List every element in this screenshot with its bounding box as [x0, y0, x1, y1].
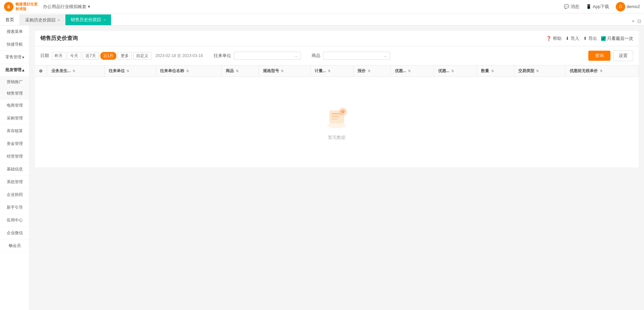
date-btn-1month[interactable]: 近1月 [100, 52, 117, 60]
sort-quantity-icon: ⇅ [491, 69, 494, 73]
date-btn-custom[interactable]: 自定义 [133, 52, 151, 60]
sort-trade-type-icon: ⇅ [536, 69, 539, 73]
tab-bar-actions: × ⊡ [632, 18, 644, 25]
sidebar-item-new-guide[interactable]: 新手引导 [0, 201, 29, 214]
th-quantity[interactable]: 数量 ⇅ [477, 65, 514, 77]
last-only-checkbox-area: 只看最后一次 [601, 36, 633, 42]
sidebar-item-finance-mgmt[interactable]: 资金管理 [0, 138, 29, 150]
sidebar-item-wholesale-mgmt[interactable]: 批发管理 ▴ [0, 64, 29, 76]
app-download-action[interactable]: 📱 App下载 [586, 4, 609, 10]
query-button[interactable]: 查询 [588, 51, 610, 61]
data-table: ⚙ 业务发生... ⇅ 往来单位 ⇅ 往来单位名称 [35, 65, 639, 77]
close-window-icon[interactable]: × [632, 18, 635, 24]
logo-text: 畅捷通好生意 标准版 [15, 2, 38, 11]
avatar-initial: D [619, 4, 622, 9]
sidebar-item-purchase-mgmt[interactable]: 采购管理 [0, 112, 29, 125]
sort-pre-tax-price-icon: ⇅ [600, 69, 602, 73]
maximize-icon[interactable]: ⊡ [637, 18, 641, 24]
tab-home[interactable]: 首页 [0, 14, 20, 25]
partner-input[interactable]: ... [234, 52, 301, 60]
import-action[interactable]: ⬇ 导入 [566, 36, 579, 42]
sort-spec-icon: ⇅ [281, 69, 283, 73]
page-title: 销售历史价查询 [40, 35, 78, 42]
sidebar-item-enterprise-wechat[interactable]: 企业微信 [0, 227, 29, 240]
dropdown-arrow-icon: ▾ [88, 4, 90, 9]
partner-filter-area: 往来单位 ... [214, 52, 301, 60]
th-biz-date[interactable]: 业务发生... ⇅ [47, 65, 104, 77]
date-filter-group: 日期 昨天 今天 近7天 近1月 更多 自定义 2023-02-18 至 202… [40, 52, 203, 60]
sidebar: 搜索菜单 快捷导航 零售管理 ▾ 批发管理 ▴ 营销推广 销售管理 电商管理 采… [0, 25, 30, 310]
message-icon: 💬 [564, 4, 569, 9]
goods-filter-label: 商品 [312, 53, 320, 59]
tab-close-sales[interactable]: × [103, 18, 105, 22]
date-btn-yesterday[interactable]: 昨天 [52, 52, 66, 60]
sort-discount2-icon: ⇅ [451, 69, 454, 73]
sidebar-item-search-menu[interactable]: 搜索菜单 [0, 25, 29, 38]
svg-rect-4 [331, 118, 337, 120]
partner-input-dots[interactable]: ... [294, 53, 298, 58]
export-action[interactable]: ⬆ 导出 [583, 36, 597, 42]
settings-button[interactable]: 设置 [613, 50, 633, 61]
tab-sales-history[interactable]: 销售历史价跟踪 × [65, 14, 111, 25]
last-only-checkbox[interactable] [601, 36, 606, 41]
th-spec[interactable]: 规格型号 ⇅ [259, 65, 310, 77]
sidebar-sub-item-sales-mgmt[interactable]: 销售管理 [0, 88, 29, 99]
goods-input-dots[interactable]: ... [384, 53, 387, 58]
th-discount1[interactable]: 优惠... ⇅ [390, 65, 434, 77]
date-btn-more[interactable]: 更多 [118, 52, 132, 60]
empty-text: 暂无数据 [328, 135, 345, 141]
partner-filter-label: 往来单位 [214, 53, 231, 59]
date-btn-today[interactable]: 今天 [67, 52, 81, 60]
user-avatar-area[interactable]: D demo2 [616, 2, 640, 11]
header-title-area: 办公用品行业模拟账套 ▾ [43, 4, 90, 10]
sort-partner-name-icon: ⇅ [186, 69, 189, 73]
page-header: 销售历史价查询 ❓ 帮助 ⬇ 导入 ⬆ 导出 [35, 31, 639, 46]
sort-discount1-icon: ⇅ [408, 69, 411, 73]
svg-point-5 [339, 108, 347, 116]
sort-goods-icon: ⇅ [236, 69, 238, 73]
th-discount2[interactable]: 优惠... ⇅ [434, 65, 477, 77]
sidebar-item-enterprise-collab[interactable]: 企业协同 [0, 189, 29, 201]
svg-point-6 [342, 112, 343, 113]
app-title-dropdown[interactable]: 办公用品行业模拟账套 ▾ [43, 4, 90, 10]
tab-purchase-history[interactable]: 采购历史价跟踪 × [20, 14, 65, 25]
retail-arrow-icon: ▾ [22, 55, 24, 60]
table-header-row: ⚙ 业务发生... ⇅ 往来单位 ⇅ 往来单位名称 [35, 65, 639, 77]
sidebar-item-system-mgmt[interactable]: 系统管理 [0, 176, 29, 189]
th-settings[interactable]: ⚙ [35, 65, 47, 77]
date-btn-7days[interactable]: 近7天 [83, 52, 99, 60]
th-quoted-price[interactable]: 报价 ⇅ [354, 65, 391, 77]
wholesale-arrow-icon: ▴ [22, 68, 24, 72]
import-icon: ⬇ [566, 36, 569, 41]
th-partner-name[interactable]: 往来单位名称 ⇅ [156, 65, 222, 77]
svg-point-7 [343, 112, 344, 113]
sidebar-sub-item-sales-promo[interactable]: 营销推广 [0, 76, 29, 88]
sidebar-item-inventory-check[interactable]: 库存核算 [0, 125, 29, 138]
th-trade-type[interactable]: 交易类型 ⇅ [514, 65, 566, 77]
sidebar-item-app-center[interactable]: 应用中心 [0, 214, 29, 227]
th-goods[interactable]: 商品 ⇅ [222, 65, 259, 77]
sort-quoted-price-icon: ⇅ [368, 69, 370, 73]
message-action[interactable]: 💬 消息 [564, 4, 579, 10]
date-filter-label: 日期 [40, 53, 49, 59]
sidebar-item-ecommerce-mgmt[interactable]: 电商管理 [0, 99, 29, 112]
tab-close-purchase[interactable]: × [58, 18, 60, 22]
sidebar-item-member-benefits[interactable]: 畅会员 [0, 240, 29, 252]
goods-input[interactable]: ... [323, 52, 390, 60]
logo-icon: 6 [4, 2, 13, 11]
sidebar-item-quick-nav[interactable]: 快捷导航 [0, 38, 29, 51]
svg-point-0 [327, 123, 346, 128]
filter-actions: 查询 设置 [588, 50, 633, 61]
th-pre-tax-price[interactable]: 优惠前无税单价 ⇅ [566, 65, 639, 77]
logo-area: 6 畅捷通好生意 标准版 [4, 2, 38, 11]
help-action[interactable]: ❓ 帮助 [546, 36, 561, 42]
date-buttons: 昨天 今天 近7天 近1月 更多 自定义 [52, 52, 151, 60]
header-left: 6 畅捷通好生意 标准版 办公用品行业模拟账套 ▾ [4, 2, 90, 11]
settings-gear-icon[interactable]: ⚙ [39, 69, 43, 73]
th-partner-code[interactable]: 往来单位 ⇅ [104, 65, 156, 77]
sidebar-item-operations-mgmt[interactable]: 经营管理 [0, 150, 29, 163]
sidebar-item-basic-info[interactable]: 基础信息 [0, 163, 29, 176]
th-unit[interactable]: 计量... ⇅ [310, 65, 354, 77]
avatar[interactable]: D [616, 2, 625, 11]
sidebar-item-retail-mgmt[interactable]: 零售管理 ▾ [0, 51, 29, 64]
